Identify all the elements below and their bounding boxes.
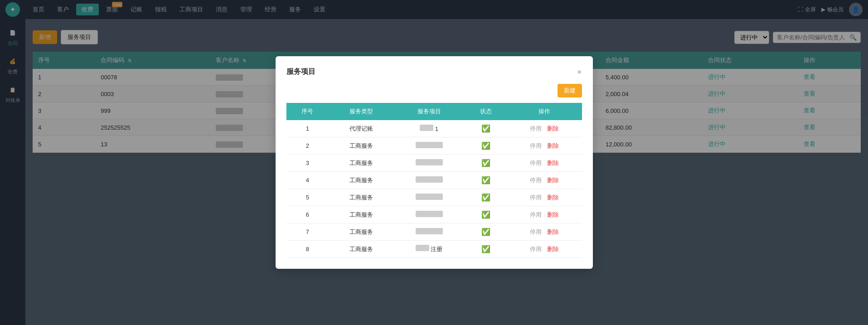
delete-button[interactable]: 删除 xyxy=(547,228,559,235)
modal-col-index: 序号 xyxy=(286,103,329,120)
modal-cell-action: 停用 删除 xyxy=(507,223,582,241)
modal-cell-status: ✅ xyxy=(465,172,507,189)
service-item-modal: 服务项目 × 新建 序号 服务类型 服务项目 状态 操作 1 代理记账 xyxy=(276,56,593,269)
modal-cell-action: 停用 删除 xyxy=(507,120,582,137)
modal-cell-index: 1 xyxy=(286,120,329,137)
modal-cell-type: 工商服务 xyxy=(329,137,393,155)
service-items-table: 序号 服务类型 服务项目 状态 操作 1 代理记账 1 ✅ 停用 删除 2 工商… xyxy=(286,103,582,258)
stop-button[interactable]: 停用 xyxy=(530,194,542,201)
modal-scroll-area[interactable]: 序号 服务类型 服务项目 状态 操作 1 代理记账 1 ✅ 停用 删除 2 工商… xyxy=(286,103,582,258)
modal-cell-index: 7 xyxy=(286,223,329,241)
modal-col-status: 状态 xyxy=(465,103,507,120)
delete-button[interactable]: 删除 xyxy=(547,160,559,166)
modal-add-button[interactable]: 新建 xyxy=(558,84,582,97)
stop-button[interactable]: 停用 xyxy=(530,125,542,132)
modal-cell-type: 工商服务 xyxy=(329,189,393,206)
stop-button[interactable]: 停用 xyxy=(530,228,542,235)
status-check-icon: ✅ xyxy=(481,194,490,201)
modal-overlay[interactable]: 服务项目 × 新建 序号 服务类型 服务项目 状态 操作 1 代理记账 xyxy=(0,0,868,325)
modal-table-row: 2 工商服务 ✅ 停用 删除 xyxy=(286,137,582,155)
status-check-icon: ✅ xyxy=(481,211,490,218)
modal-table-row: 5 工商服务 ✅ 停用 删除 xyxy=(286,189,582,206)
modal-cell-item xyxy=(393,189,465,206)
modal-cell-item xyxy=(393,206,465,223)
modal-cell-index: 5 xyxy=(286,189,329,206)
modal-toolbar: 新建 xyxy=(286,84,582,97)
modal-table-row: 8 工商服务 注册 ✅ 停用 删除 xyxy=(286,241,582,258)
modal-table-row: 3 工商服务 ✅ 停用 删除 xyxy=(286,155,582,172)
modal-cell-type: 工商服务 xyxy=(329,206,393,223)
modal-cell-type: 代理记账 xyxy=(329,120,393,137)
modal-table-row: 4 工商服务 ✅ 停用 删除 xyxy=(286,172,582,189)
modal-cell-index: 2 xyxy=(286,137,329,155)
modal-col-type: 服务类型 xyxy=(329,103,393,120)
modal-cell-status: ✅ xyxy=(465,241,507,258)
status-check-icon: ✅ xyxy=(481,125,490,132)
modal-cell-status: ✅ xyxy=(465,155,507,172)
modal-cell-action: 停用 删除 xyxy=(507,189,582,206)
modal-cell-type: 工商服务 xyxy=(329,241,393,258)
modal-table-row: 7 工商服务 ✅ 停用 删除 xyxy=(286,223,582,241)
modal-cell-action: 停用 删除 xyxy=(507,137,582,155)
modal-cell-action: 停用 删除 xyxy=(507,241,582,258)
modal-cell-action: 停用 删除 xyxy=(507,155,582,172)
modal-cell-status: ✅ xyxy=(465,223,507,241)
modal-cell-action: 停用 删除 xyxy=(507,172,582,189)
modal-cell-item xyxy=(393,155,465,172)
status-check-icon: ✅ xyxy=(481,176,490,184)
delete-button[interactable]: 删除 xyxy=(547,177,559,184)
delete-button[interactable]: 删除 xyxy=(547,142,559,149)
modal-title: 服务项目 xyxy=(286,67,315,77)
modal-cell-status: ✅ xyxy=(465,189,507,206)
modal-cell-index: 6 xyxy=(286,206,329,223)
modal-cell-item xyxy=(393,172,465,189)
modal-cell-index: 3 xyxy=(286,155,329,172)
modal-cell-type: 工商服务 xyxy=(329,155,393,172)
modal-cell-item xyxy=(393,137,465,155)
modal-table-row: 1 代理记账 1 ✅ 停用 删除 xyxy=(286,120,582,137)
delete-button[interactable]: 删除 xyxy=(547,194,559,201)
modal-col-action: 操作 xyxy=(507,103,582,120)
delete-button[interactable]: 删除 xyxy=(547,211,559,218)
modal-cell-item: 注册 xyxy=(393,241,465,258)
modal-cell-index: 8 xyxy=(286,241,329,258)
modal-cell-index: 4 xyxy=(286,172,329,189)
modal-cell-type: 工商服务 xyxy=(329,172,393,189)
delete-button[interactable]: 删除 xyxy=(547,125,559,132)
modal-cell-type: 工商服务 xyxy=(329,223,393,241)
modal-table-row: 6 工商服务 ✅ 停用 删除 xyxy=(286,206,582,223)
stop-button[interactable]: 停用 xyxy=(530,246,542,252)
modal-cell-item: 1 xyxy=(393,120,465,137)
modal-cell-status: ✅ xyxy=(465,206,507,223)
status-check-icon: ✅ xyxy=(481,245,490,253)
stop-button[interactable]: 停用 xyxy=(530,142,542,149)
modal-col-item: 服务项目 xyxy=(393,103,465,120)
modal-header-row: 序号 服务类型 服务项目 状态 操作 xyxy=(286,103,582,120)
delete-button[interactable]: 删除 xyxy=(547,246,559,252)
modal-cell-item xyxy=(393,223,465,241)
stop-button[interactable]: 停用 xyxy=(530,160,542,166)
status-check-icon: ✅ xyxy=(481,159,490,167)
stop-button[interactable]: 停用 xyxy=(530,211,542,218)
modal-cell-action: 停用 删除 xyxy=(507,206,582,223)
stop-button[interactable]: 停用 xyxy=(530,177,542,184)
status-check-icon: ✅ xyxy=(481,228,490,236)
modal-cell-status: ✅ xyxy=(465,120,507,137)
modal-header: 服务项目 × xyxy=(286,67,582,77)
modal-close-button[interactable]: × xyxy=(577,68,582,76)
status-check-icon: ✅ xyxy=(481,142,490,150)
modal-cell-status: ✅ xyxy=(465,137,507,155)
